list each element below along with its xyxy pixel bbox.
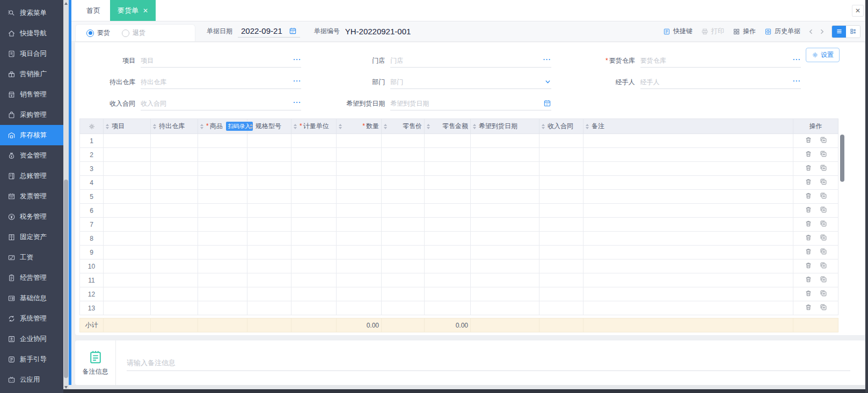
empty-cell[interactable] [539,232,583,246]
field-input[interactable] [640,78,791,86]
copy-add-icon[interactable] [820,234,827,241]
empty-cell[interactable] [247,148,291,162]
more-icon[interactable]: ··· [793,78,801,86]
more-icon[interactable]: ··· [293,78,301,86]
sort-carets-icon[interactable] [427,124,430,129]
radio-circle-icon[interactable] [86,29,94,37]
empty-cell[interactable] [539,134,583,148]
sort-carets-icon[interactable] [153,124,156,129]
empty-cell[interactable] [247,259,291,273]
empty-cell[interactable] [425,246,471,259]
column-header[interactable]: 项目 [104,119,151,134]
copy-add-icon[interactable] [820,220,827,227]
empty-cell[interactable] [247,134,291,148]
empty-cell[interactable] [104,246,151,259]
more-icon[interactable]: ··· [293,99,301,108]
empty-cell[interactable] [539,204,583,218]
copy-add-icon[interactable] [820,290,827,297]
empty-cell[interactable] [425,301,471,315]
empty-cell[interactable] [539,218,583,232]
empty-cell[interactable] [583,246,793,259]
empty-cell[interactable] [291,190,337,204]
empty-cell[interactable] [471,301,539,315]
empty-cell[interactable] [104,204,151,218]
scroll-down-arrow-icon[interactable] [64,386,68,389]
sidebar-item[interactable]: 系统管理 [0,308,63,329]
empty-cell[interactable] [198,246,247,259]
empty-cell[interactable] [104,301,151,315]
trash-icon[interactable] [805,262,812,269]
empty-cell[interactable] [425,218,471,232]
empty-cell[interactable] [198,259,247,273]
column-header[interactable]: 规格型号 [247,119,291,134]
toolbar-button[interactable]: 操作 [733,27,756,36]
empty-cell[interactable] [425,148,471,162]
toolbar-button[interactable]: 历史单据 [764,27,800,36]
sort-carets-icon[interactable] [384,124,387,129]
next-document-arrow-icon[interactable] [819,28,825,35]
empty-cell[interactable] [583,273,793,287]
empty-cell[interactable] [104,218,151,232]
empty-cell[interactable] [291,246,337,259]
empty-cell[interactable] [539,287,583,301]
empty-cell[interactable] [291,176,337,190]
doc-type-radio[interactable]: 要货 [86,28,110,38]
tabbar-close-all-button[interactable]: ✕ [852,5,864,17]
empty-cell[interactable] [198,134,247,148]
empty-cell[interactable] [151,134,198,148]
empty-cell[interactable] [471,162,539,176]
empty-cell[interactable] [247,218,291,232]
sort-carets-icon[interactable] [473,124,476,129]
empty-cell[interactable] [382,232,425,246]
empty-cell[interactable] [337,162,382,176]
empty-cell[interactable] [583,218,793,232]
radio-circle-icon[interactable] [122,29,129,37]
more-icon[interactable]: ··· [543,56,551,65]
column-header[interactable]: *计量单位 [291,119,337,134]
trash-icon[interactable] [805,303,812,311]
empty-cell[interactable] [291,204,337,218]
empty-cell[interactable] [382,246,425,259]
empty-cell[interactable] [104,176,151,190]
column-header[interactable]: 备注 [583,119,793,134]
empty-cell[interactable] [471,190,539,204]
empty-cell[interactable] [583,148,793,162]
empty-cell[interactable] [337,190,382,204]
calendar-icon[interactable] [289,27,297,35]
field-input[interactable] [390,100,541,107]
sidebar-item[interactable]: 总账管理 [0,166,63,186]
sort-carets-icon[interactable] [250,124,253,129]
empty-cell[interactable] [337,176,382,190]
sidebar-item[interactable]: 快捷导航 [0,23,63,43]
empty-cell[interactable] [425,190,471,204]
trash-icon[interactable] [805,290,812,297]
empty-cell[interactable] [198,190,247,204]
empty-cell[interactable] [198,218,247,232]
trash-icon[interactable] [805,164,812,172]
empty-cell[interactable] [471,259,539,273]
sort-carets-icon[interactable] [339,124,342,129]
empty-cell[interactable] [471,134,539,148]
empty-cell[interactable] [291,162,337,176]
empty-cell[interactable] [247,204,291,218]
empty-cell[interactable] [151,148,198,162]
empty-cell[interactable] [198,287,247,301]
empty-cell[interactable] [198,148,247,162]
empty-cell[interactable] [425,259,471,273]
column-header[interactable]: 待出仓库 [151,119,198,134]
empty-cell[interactable] [337,218,382,232]
empty-cell[interactable] [247,273,291,287]
copy-add-icon[interactable] [820,192,827,199]
card-view-toggle[interactable] [846,26,860,38]
empty-cell[interactable] [104,162,151,176]
empty-cell[interactable] [539,162,583,176]
empty-cell[interactable] [382,162,425,176]
copy-add-icon[interactable] [820,248,827,255]
empty-cell[interactable] [151,190,198,204]
empty-cell[interactable] [247,190,291,204]
empty-cell[interactable] [151,176,198,190]
empty-cell[interactable] [583,134,793,148]
sidebar-item[interactable]: 工资 [0,247,63,268]
list-view-toggle[interactable] [832,26,846,38]
chevron-down-icon[interactable] [544,78,551,85]
